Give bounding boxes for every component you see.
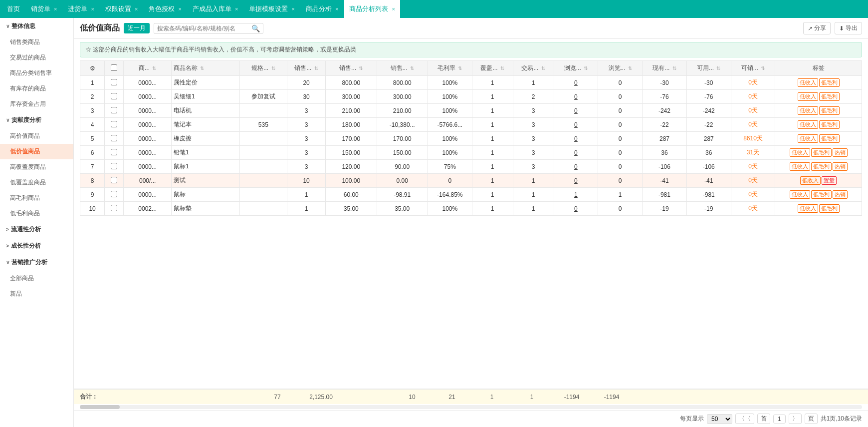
nav-item-商品分析[interactable]: 商品分析 × [301,0,343,18]
view1-value[interactable]: 0 [574,79,578,86]
view1-value[interactable]: 0 [574,163,578,170]
horizontal-scrollbar[interactable] [80,405,862,409]
nav-close-icon[interactable]: × [390,6,395,12]
sidebar-item-全部商品[interactable]: 全部商品 [0,271,73,286]
nav-item-销货单[interactable]: 销货单 × [26,0,62,18]
nav-close-icon[interactable]: × [233,6,238,12]
col-header-spec[interactable]: 规格... ⇅ [239,61,287,76]
view1-value[interactable]: 0 [574,135,578,142]
row-view1[interactable]: 0 [554,146,598,160]
view1-value[interactable]: 1 [574,191,578,198]
row-checkbox-cell[interactable] [105,104,124,118]
sidebar-item-高价值商品[interactable]: 高价值商品 [0,128,73,144]
row-checkbox-cell[interactable] [105,160,124,174]
col-header-sale-cost[interactable]: 销售... ⇅ [377,61,428,76]
row-view1[interactable]: 0 [554,202,598,216]
row-view1[interactable]: 0 [554,76,598,90]
row-checkbox-cell[interactable] [105,118,124,132]
row-view1[interactable]: 0 [554,174,598,188]
col-header-settings[interactable]: ⚙ [80,61,105,76]
view1-value[interactable]: 0 [574,107,578,114]
next-page-button[interactable]: 〉 [789,414,802,424]
col-header-view1[interactable]: 浏览... ⇅ [554,61,598,76]
row-checkbox-cell[interactable] [105,188,124,202]
nav-item-单据模板设置[interactable]: 单据模板设置 × [244,0,299,18]
nav-close-icon[interactable]: × [177,6,181,12]
view1-value[interactable]: 0 [574,205,578,212]
col-header-check[interactable] [105,61,124,76]
row-view1[interactable]: 1 [554,188,598,202]
row-checkbox-cell[interactable] [105,146,124,160]
col-header-name[interactable]: 商品名称 ⇅ [171,61,239,76]
col-header-code[interactable]: 商... ⇅ [124,61,172,76]
sidebar-item-高覆盖度商品[interactable]: 高覆盖度商品 [0,159,73,175]
nav-close-icon[interactable]: × [133,6,138,12]
row-checkbox[interactable] [111,121,117,127]
sidebar-item-新品[interactable]: 新品 [0,286,73,302]
view1-value[interactable]: 0 [574,149,578,156]
col-header-avail[interactable]: 可用... ⇅ [686,61,731,76]
nav-close-icon[interactable]: × [334,6,338,12]
sidebar-group-整体信息[interactable]: ∨整体信息 [0,18,73,34]
row-checkbox-cell[interactable] [105,76,124,90]
per-page-select[interactable]: 50 100 [707,414,732,424]
sidebar-item-高毛利商品[interactable]: 高毛利商品 [0,190,73,206]
row-checkbox[interactable] [111,107,117,113]
row-checkbox[interactable] [111,163,117,169]
row-checkbox-cell[interactable] [105,202,124,216]
col-header-view2[interactable]: 浏览... ⇅ [598,61,643,76]
col-header-sale-qty[interactable]: 销售... ⇅ [287,61,326,76]
sidebar-item-库存资金占用[interactable]: 库存资金占用 [0,96,73,112]
export-button[interactable]: ⬇ 导出 [835,22,862,34]
sidebar-item-低价值商品[interactable]: 低价值商品 [0,144,73,159]
nav-item-权限设置[interactable]: 权限设置 × [100,0,143,18]
col-header-sale-amt[interactable]: 销售... ⇅ [326,61,377,76]
nav-close-icon[interactable]: × [52,6,57,12]
share-button[interactable]: ↗ 分享 [803,22,831,34]
sidebar-item-低覆盖度商品[interactable]: 低覆盖度商品 [0,175,73,190]
row-checkbox-cell[interactable] [105,90,124,104]
row-view1[interactable]: 0 [554,160,598,174]
nav-item-角色授权[interactable]: 角色授权 × [144,0,186,18]
row-checkbox[interactable] [111,149,117,155]
view1-value[interactable]: 0 [574,177,578,184]
col-header-stock[interactable]: 现有... ⇅ [643,61,687,76]
search-icon[interactable]: 🔍 [251,24,260,32]
sidebar-item-交易过的商品[interactable]: 交易过的商品 [0,50,73,65]
col-header-margin[interactable]: 毛利率 ⇅ [428,61,472,76]
sidebar-group-贡献度分析[interactable]: ∨贡献度分析 [0,112,73,128]
row-checkbox-cell[interactable] [105,174,124,188]
sidebar-item-低毛利商品[interactable]: 低毛利商品 [0,206,73,221]
select-all-checkbox[interactable] [111,64,117,71]
col-header-sellable[interactable]: 可销... ⇅ [731,61,775,76]
row-view1[interactable]: 0 [554,132,598,146]
last-page-button[interactable]: 页 [805,414,818,424]
row-view1[interactable]: 0 [554,118,598,132]
nav-item-进货单[interactable]: 进货单 × [63,0,99,18]
col-header-trade[interactable]: 交易... ⇅ [513,61,554,76]
row-checkbox-cell[interactable] [105,132,124,146]
sidebar-item-有库存的商品[interactable]: 有库存的商品 [0,81,73,96]
row-checkbox[interactable] [111,79,117,85]
sidebar-item-商品分类销售率[interactable]: 商品分类销售率 [0,65,73,81]
sidebar-item-销售类商品[interactable]: 销售类商品 [0,34,73,50]
scrollbar-thumb[interactable] [80,405,120,409]
view1-value[interactable]: 0 [574,93,578,100]
sidebar-group-营销推广分析[interactable]: ∨营销推广分析 [0,254,73,271]
first-page-button[interactable]: 〈〈 [735,414,754,424]
row-checkbox[interactable] [111,205,117,211]
row-checkbox[interactable] [111,177,117,183]
nav-close-icon[interactable]: × [290,6,294,12]
row-view1[interactable]: 0 [554,90,598,104]
nav-item-商品分析列表[interactable]: 商品分析列表 × [344,0,400,18]
table-container[interactable]: ⚙ 商... ⇅ 商品名称 ⇅ 规格... ⇅ 销售... ⇅ 销售... ⇅ … [74,60,868,389]
period-button[interactable]: 近一月 [124,23,150,33]
view1-value[interactable]: 0 [574,121,578,128]
settings-icon[interactable]: ⚙ [90,65,95,72]
sidebar-group-流通性分析[interactable]: >流通性分析 [0,221,73,238]
search-input[interactable] [157,25,249,32]
row-checkbox[interactable] [111,93,117,99]
nav-close-icon[interactable]: × [89,6,94,12]
nav-item-产成品入库单[interactable]: 产成品入库单 × [188,0,243,18]
row-checkbox[interactable] [111,135,117,141]
